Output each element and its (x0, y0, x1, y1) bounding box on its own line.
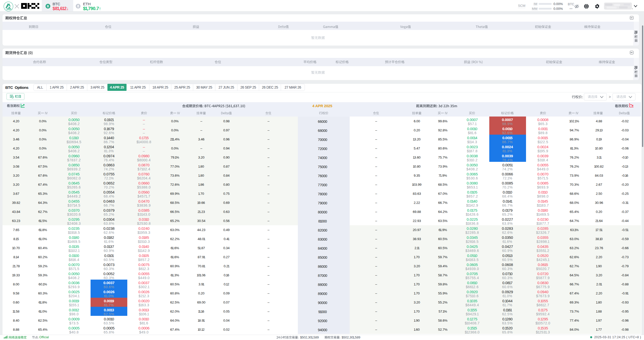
svg-text:B: B (47, 5, 49, 8)
svg-text:e: e (8, 6, 9, 7)
